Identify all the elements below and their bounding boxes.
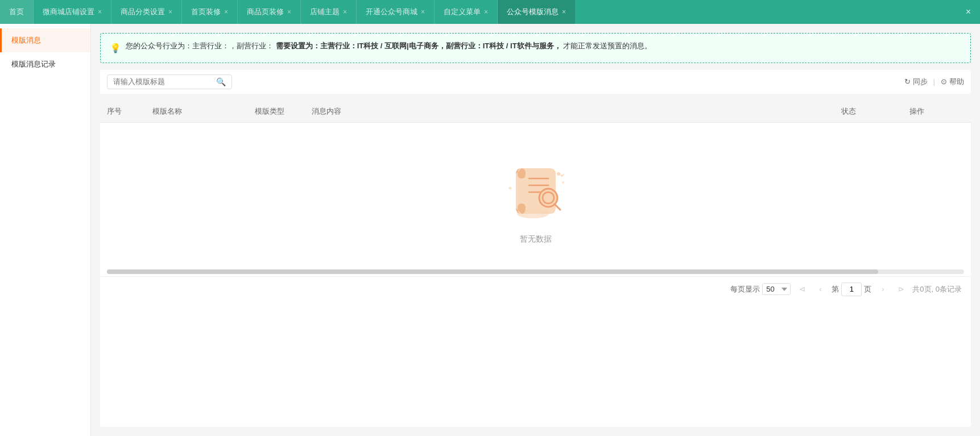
table-empty-row: 暂无数据 bbox=[100, 122, 971, 267]
page-input-group: 第 页 bbox=[832, 283, 871, 296]
nav-tab-home[interactable]: 首页 bbox=[0, 0, 34, 24]
alert-text-highlight: 需要设置为：主营行业：IT科技 / 互联网|电子商务，副营行业：IT科技 / I… bbox=[276, 41, 561, 50]
prev-page-button[interactable]: ‹ bbox=[813, 283, 827, 296]
sync-button[interactable]: ↻ 同步 bbox=[904, 77, 928, 87]
svg-point-9 bbox=[508, 186, 511, 189]
per-page-label: 每页显示 bbox=[730, 284, 760, 294]
table-empty-cell: 暂无数据 bbox=[100, 122, 971, 267]
sync-label: 同步 bbox=[913, 77, 928, 87]
main-layout: 模版消息模版消息记录 💡 您的公众号行业为：主营行业：，副营行业： 需要设置为：… bbox=[0, 24, 980, 436]
pagination: 每页显示 102050100 ⊲ ‹ 第 页 › ⊳ 共0页, 0条记录 bbox=[100, 276, 971, 302]
page-label: 第 bbox=[832, 284, 839, 294]
toolbar-divider: | bbox=[933, 77, 935, 86]
page-unit: 页 bbox=[864, 284, 871, 294]
empty-text: 暂无数据 bbox=[520, 234, 552, 244]
nav-tabs-container: 首页微商城店铺设置×商品分类设置×首页装修×商品页装修×店铺主题×开通公众号商城… bbox=[0, 0, 957, 24]
search-input[interactable] bbox=[113, 77, 216, 86]
table-col-status: 状态 bbox=[834, 101, 903, 123]
content-area: 💡 您的公众号行业为：主营行业：，副营行业： 需要设置为：主营行业：IT科技 /… bbox=[91, 24, 980, 436]
nav-tab-template-msg[interactable]: 公众号模版消息× bbox=[498, 0, 576, 24]
sidebar-item-template-msg-log[interactable]: 模版消息记录 bbox=[0, 52, 90, 76]
nav-tab-open-wechat[interactable]: 开通公众号商城× bbox=[357, 0, 435, 24]
scrollbar-thumb[interactable] bbox=[107, 269, 878, 274]
nav-tab-custom-menu[interactable]: 自定义菜单× bbox=[435, 0, 498, 24]
sync-icon: ↻ bbox=[904, 77, 911, 86]
table-wrapper: 序号模版名称模版类型消息内容状态操作 bbox=[100, 101, 971, 427]
alert-text: 您的公众号行业为：主营行业：，副营行业： 需要设置为：主营行业：IT科技 / 互… bbox=[126, 40, 652, 52]
svg-point-8 bbox=[562, 181, 564, 184]
search-icon[interactable]: 🔍 bbox=[216, 77, 226, 86]
help-icon: ⊙ bbox=[941, 77, 947, 86]
nav-tab-wshop-settings[interactable]: 微商城店铺设置× bbox=[34, 0, 111, 24]
nav-tab-close-category-settings[interactable]: × bbox=[168, 8, 172, 16]
nav-tab-close-template-msg[interactable]: × bbox=[562, 8, 566, 16]
next-page-button[interactable]: › bbox=[876, 283, 890, 296]
nav-tab-close-custom-menu[interactable]: × bbox=[484, 8, 488, 16]
toolbar-right: ↻ 同步 | ⊙ 帮助 bbox=[904, 77, 964, 87]
nav-tab-shop-theme[interactable]: 店铺主题× bbox=[301, 0, 357, 24]
help-label: 帮助 bbox=[949, 77, 964, 87]
table-col-index: 序号 bbox=[100, 101, 146, 123]
nav-tab-close-open-wechat[interactable]: × bbox=[421, 8, 425, 16]
total-info: 共0页, 0条记录 bbox=[912, 284, 962, 294]
nav-tab-category-settings[interactable]: 商品分类设置× bbox=[111, 0, 182, 24]
search-box: 🔍 bbox=[107, 74, 232, 89]
alert-icon: 💡 bbox=[110, 41, 121, 56]
nav-tab-close-home-decor[interactable]: × bbox=[224, 8, 228, 16]
table-body: 暂无数据 bbox=[100, 122, 971, 267]
nav-tab-product-decor[interactable]: 商品页装修× bbox=[238, 0, 301, 24]
alert-box: 💡 您的公众号行业为：主营行业：，副营行业： 需要设置为：主营行业：IT科技 /… bbox=[100, 33, 971, 63]
last-page-button[interactable]: ⊳ bbox=[894, 283, 908, 296]
page-number-input[interactable] bbox=[841, 283, 862, 296]
alert-text-before: 您的公众号行业为：主营行业：，副营行业： bbox=[126, 41, 274, 50]
table-header-row: 序号模版名称模版类型消息内容状态操作 bbox=[100, 101, 971, 123]
nav-tab-close-product-decor[interactable]: × bbox=[287, 8, 291, 16]
first-page-button[interactable]: ⊲ bbox=[795, 283, 809, 296]
empty-state: 暂无数据 bbox=[100, 123, 971, 267]
sidebar-item-template-msg[interactable]: 模版消息 bbox=[0, 28, 90, 52]
alert-text-after: 才能正常发送预置的消息。 bbox=[563, 41, 652, 50]
toolbar: 🔍 ↻ 同步 | ⊙ 帮助 bbox=[100, 70, 971, 94]
table-header: 序号模版名称模版类型消息内容状态操作 bbox=[100, 101, 971, 123]
nav-tab-home-decor[interactable]: 首页装修× bbox=[182, 0, 238, 24]
per-page-selector: 每页显示 102050100 bbox=[730, 283, 791, 295]
empty-icon bbox=[502, 157, 570, 225]
data-table: 序号模版名称模版类型消息内容状态操作 bbox=[100, 101, 971, 267]
top-nav: 首页微商城店铺设置×商品分类设置×首页装修×商品页装修×店铺主题×开通公众号商城… bbox=[0, 0, 980, 24]
sidebar: 模版消息模版消息记录 bbox=[0, 24, 91, 436]
nav-tab-close-shop-theme[interactable]: × bbox=[343, 8, 347, 16]
table-col-content: 消息内容 bbox=[305, 101, 834, 123]
scrollbar-track[interactable] bbox=[107, 269, 964, 274]
table-col-name: 模版名称 bbox=[146, 101, 248, 123]
svg-line-11 bbox=[560, 175, 563, 176]
svg-point-7 bbox=[557, 172, 560, 176]
per-page-select[interactable]: 102050100 bbox=[762, 283, 791, 295]
table-col-actions: 操作 bbox=[903, 101, 971, 123]
table-col-type: 模版类型 bbox=[248, 101, 305, 123]
nav-tab-close-wshop-settings[interactable]: × bbox=[98, 8, 102, 16]
global-close-button[interactable]: × bbox=[957, 0, 980, 24]
help-button[interactable]: ⊙ 帮助 bbox=[941, 77, 964, 87]
